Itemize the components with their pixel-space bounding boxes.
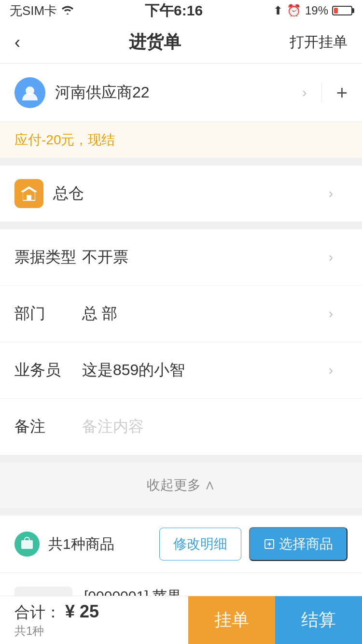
- salesperson-chevron-icon: ›: [329, 363, 333, 378]
- wifi-icon: [61, 3, 74, 18]
- department-chevron-icon: ›: [329, 306, 333, 322]
- svg-rect-1: [27, 195, 31, 200]
- supplier-card: 河南供应商22 › + 应付-20元，现结: [0, 64, 362, 158]
- invoice-chevron-icon: ›: [329, 250, 333, 265]
- location-icon: ⬆: [273, 4, 283, 17]
- main-content: 河南供应商22 › + 应付-20元，现结 总仓 › 票据类型 不开票 ›: [0, 64, 362, 644]
- collapse-toggle[interactable]: 收起更多 ∧: [0, 462, 362, 508]
- status-right: ⬆ ⏰ 19%: [273, 4, 352, 17]
- notice-row: 应付-20元，现结: [0, 122, 362, 158]
- products-header: 共1种商品 修改明细 选择商品: [0, 516, 362, 573]
- svg-rect-2: [21, 540, 33, 549]
- total-row: 合计： ¥ 25: [14, 602, 174, 623]
- open-pending-button[interactable]: 打开挂单: [290, 32, 348, 52]
- department-value: 总 部: [82, 303, 329, 324]
- hang-button[interactable]: 挂单: [188, 596, 275, 644]
- salesperson-label: 业务员: [14, 360, 82, 381]
- status-bar: 无SIM卡 下午6:16 ⬆ ⏰ 19%: [0, 0, 362, 21]
- department-row[interactable]: 部门 总 部 ›: [0, 286, 362, 342]
- supplier-row[interactable]: 河南供应商22 › +: [0, 64, 362, 122]
- total-amount: ¥ 25: [65, 602, 99, 621]
- notice-text: 应付-20元，现结: [14, 132, 115, 147]
- salesperson-row[interactable]: 业务员 这是859的小智 ›: [0, 342, 362, 399]
- nav-bar: ‹ 进货单 打开挂单: [0, 21, 362, 64]
- total-section: 合计： ¥ 25 共1种: [0, 602, 188, 639]
- warehouse-chevron-icon: ›: [329, 186, 333, 201]
- form-card: 票据类型 不开票 › 部门 总 部 › 业务员 这是859的小智 › 备注 备注…: [0, 229, 362, 455]
- supplier-avatar: [14, 77, 45, 108]
- status-left: 无SIM卡: [10, 2, 74, 19]
- total-count: 共1种: [14, 623, 174, 639]
- checkout-button[interactable]: 结算: [275, 596, 362, 644]
- products-icon: [14, 532, 40, 557]
- salesperson-value: 这是859的小智: [82, 360, 329, 381]
- department-label: 部门: [14, 303, 82, 324]
- supplier-name: 河南供应商22: [55, 82, 302, 103]
- collapse-label: 收起更多 ∧: [147, 477, 216, 492]
- hang-label: 挂单: [214, 608, 249, 632]
- alarm-icon: ⏰: [287, 4, 301, 17]
- warehouse-card[interactable]: 总仓 ›: [0, 166, 362, 222]
- invoice-type-label: 票据类型: [14, 247, 82, 268]
- carrier-label: 无SIM卡: [10, 2, 57, 19]
- warehouse-row[interactable]: 总仓 ›: [0, 166, 362, 222]
- products-count: 共1种商品: [48, 534, 159, 554]
- status-time: 下午6:16: [145, 1, 203, 21]
- remark-label: 备注: [14, 416, 82, 437]
- remark-row[interactable]: 备注 备注内容: [0, 399, 362, 455]
- add-button[interactable]: +: [336, 82, 348, 104]
- chevron-right-icon: ›: [302, 85, 306, 100]
- select-product-button[interactable]: 选择商品: [249, 527, 348, 561]
- page-title: 进货单: [129, 30, 181, 54]
- invoice-type-value: 不开票: [82, 247, 329, 268]
- warehouse-icon: [14, 179, 43, 208]
- battery-pct: 19%: [305, 4, 328, 17]
- edit-detail-button[interactable]: 修改明细: [159, 528, 241, 560]
- warehouse-name: 总仓: [53, 183, 329, 204]
- total-label: 合计：: [14, 603, 61, 621]
- checkout-label: 结算: [301, 608, 336, 632]
- battery-icon: [332, 6, 352, 15]
- invoice-type-row[interactable]: 票据类型 不开票 ›: [0, 229, 362, 286]
- select-product-label: 选择商品: [279, 535, 333, 553]
- bottom-bar: 合计： ¥ 25 共1种 挂单 结算: [0, 596, 362, 644]
- back-button[interactable]: ‹: [14, 32, 20, 53]
- supplier-divider: [321, 83, 322, 102]
- remark-placeholder: 备注内容: [82, 416, 348, 437]
